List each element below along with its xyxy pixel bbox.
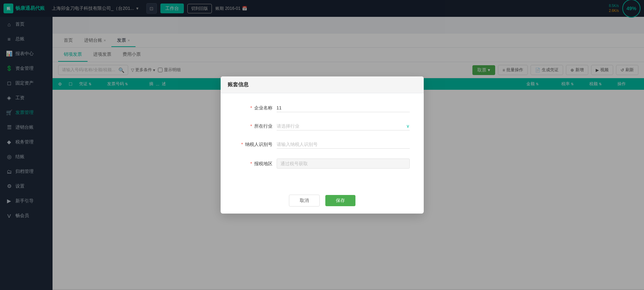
cancel-button[interactable]: 取消 — [289, 195, 320, 207]
tax-id-label: * 纳税人识别号 — [235, 141, 277, 148]
industry-select[interactable]: 请选择行业 — [277, 122, 410, 130]
industry-row: * 所在行业 请选择行业 ∨ — [235, 122, 410, 130]
save-button[interactable]: 保存 — [325, 195, 355, 206]
tax-region-label: * 报税地区 — [235, 161, 277, 167]
company-name-row: * 企业名称 — [235, 104, 410, 112]
modal-overlay: 账套信息 * 企业名称 * 所在行业 请选择行业 — [0, 0, 644, 290]
company-name-label: * 企业名称 — [235, 105, 277, 111]
modal-body: * 企业名称 * 所在行业 请选择行业 ∨ — [221, 93, 424, 189]
industry-select-wrapper: 请选择行业 ∨ — [277, 122, 410, 130]
industry-label: * 所在行业 — [235, 123, 277, 129]
industry-dropdown-icon: ∨ — [406, 123, 410, 129]
tax-region-input — [277, 159, 410, 169]
tax-region-row: * 报税地区 — [235, 159, 410, 169]
modal-header: 账套信息 — [221, 76, 424, 93]
company-name-input[interactable] — [277, 104, 410, 112]
tax-id-row: * 纳税人识别号 — [235, 140, 410, 149]
modal-footer: 取消 保存 — [221, 189, 424, 214]
tax-id-input[interactable] — [277, 140, 410, 149]
account-info-modal: 账套信息 * 企业名称 * 所在行业 请选择行业 — [221, 76, 424, 214]
